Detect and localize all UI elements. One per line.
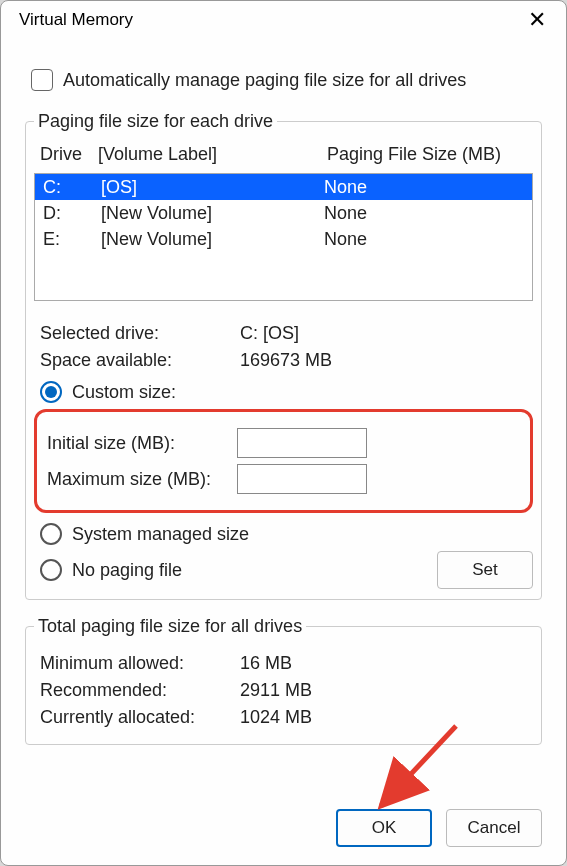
- custom-size-radio[interactable]: [40, 381, 62, 403]
- no-paging-radio[interactable]: [40, 559, 62, 581]
- drive-volume: [New Volume]: [101, 203, 324, 224]
- system-managed-label: System managed size: [72, 524, 249, 545]
- maximum-size-label: Maximum size (MB):: [47, 469, 237, 490]
- drive-list[interactable]: C: [OS] None D: [New Volume] None E: [Ne…: [34, 173, 533, 301]
- initial-size-label: Initial size (MB):: [47, 433, 237, 454]
- dialog-content: Automatically manage paging file size fo…: [1, 39, 566, 799]
- selected-info: Selected drive: C: [OS] Space available:…: [40, 323, 527, 371]
- paging-fieldset-legend: Paging file size for each drive: [34, 111, 277, 132]
- size-highlight: Initial size (MB): Maximum size (MB):: [34, 409, 533, 513]
- dialog-button-row: OK Cancel: [1, 799, 566, 865]
- drive-pfs: None: [324, 229, 524, 250]
- drive-pfs: None: [324, 203, 524, 224]
- header-volume: [Volume Label]: [98, 144, 327, 165]
- maximum-size-input[interactable]: [237, 464, 367, 494]
- cancel-button[interactable]: Cancel: [446, 809, 542, 847]
- space-available-value: 169673 MB: [240, 350, 527, 371]
- custom-size-label: Custom size:: [72, 382, 176, 403]
- auto-manage-row: Automatically manage paging file size fo…: [31, 69, 536, 91]
- recommended-value: 2911 MB: [240, 680, 527, 701]
- total-fieldset: Total paging file size for all drives Mi…: [25, 616, 542, 745]
- drive-row[interactable]: C: [OS] None: [35, 174, 532, 200]
- drive-letter: E:: [43, 229, 101, 250]
- drive-list-header: Drive [Volume Label] Paging File Size (M…: [34, 142, 533, 173]
- system-managed-radio[interactable]: [40, 523, 62, 545]
- auto-manage-checkbox[interactable]: [31, 69, 53, 91]
- drive-letter: C:: [43, 177, 101, 198]
- header-pfs: Paging File Size (MB): [327, 144, 527, 165]
- dialog-title: Virtual Memory: [19, 10, 133, 30]
- currently-allocated-value: 1024 MB: [240, 707, 527, 728]
- drive-row[interactable]: E: [New Volume] None: [35, 226, 532, 252]
- close-icon[interactable]: ✕: [518, 7, 556, 33]
- drive-row[interactable]: D: [New Volume] None: [35, 200, 532, 226]
- drive-letter: D:: [43, 203, 101, 224]
- drive-volume: [New Volume]: [101, 229, 324, 250]
- custom-size-row: Custom size:: [40, 381, 527, 403]
- selected-drive-label: Selected drive:: [40, 323, 240, 344]
- minimum-allowed-label: Minimum allowed:: [40, 653, 240, 674]
- minimum-allowed-value: 16 MB: [240, 653, 527, 674]
- no-paging-label: No paging file: [72, 560, 182, 581]
- recommended-label: Recommended:: [40, 680, 240, 701]
- paging-fieldset: Paging file size for each drive Drive [V…: [25, 111, 542, 600]
- maximum-size-row: Maximum size (MB):: [47, 464, 520, 494]
- virtual-memory-dialog: Virtual Memory ✕ Automatically manage pa…: [0, 0, 567, 866]
- initial-size-input[interactable]: [237, 428, 367, 458]
- no-paging-row: No paging file Set: [34, 551, 533, 589]
- total-fieldset-legend: Total paging file size for all drives: [34, 616, 306, 637]
- titlebar: Virtual Memory ✕: [1, 1, 566, 39]
- set-button[interactable]: Set: [437, 551, 533, 589]
- header-drive: Drive: [40, 144, 98, 165]
- space-available-label: Space available:: [40, 350, 240, 371]
- initial-size-row: Initial size (MB):: [47, 428, 520, 458]
- selected-drive-value: C: [OS]: [240, 323, 527, 344]
- system-managed-row: System managed size: [40, 523, 527, 545]
- drive-volume: [OS]: [101, 177, 324, 198]
- ok-button[interactable]: OK: [336, 809, 432, 847]
- currently-allocated-label: Currently allocated:: [40, 707, 240, 728]
- drive-pfs: None: [324, 177, 524, 198]
- auto-manage-label: Automatically manage paging file size fo…: [63, 70, 466, 91]
